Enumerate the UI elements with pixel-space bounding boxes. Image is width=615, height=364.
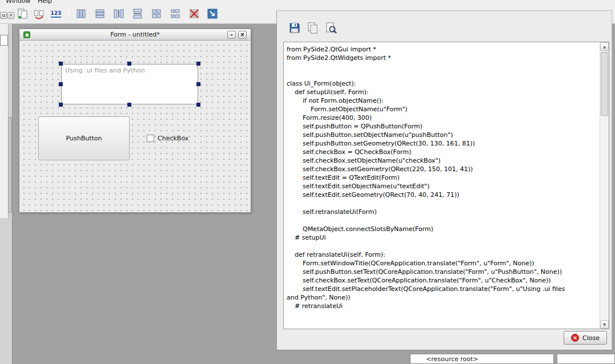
dock-close-button[interactable]: ×	[7, 12, 14, 19]
code-line: def setupUi(self, Form):	[287, 88, 600, 96]
checkbox-widget[interactable]: CheckBox	[147, 134, 188, 143]
code-line	[287, 199, 600, 208]
code-line	[287, 71, 600, 79]
restore-icon	[2, 14, 5, 17]
save-code-button[interactable]	[288, 21, 302, 35]
scroll-down-icon: ▼	[603, 322, 606, 326]
code-line: self.pushButton.setText(QCoreApplication…	[287, 268, 600, 276]
layout-splitter-horizontal-button[interactable]	[112, 7, 126, 21]
pushbutton-widget[interactable]: PushButton	[38, 116, 130, 160]
close-circle-icon: ×	[571, 334, 579, 342]
edit-tab-order-button[interactable]: 123	[49, 7, 63, 21]
checkbox-label: CheckBox	[158, 135, 188, 142]
dock-restore-button[interactable]	[0, 12, 7, 19]
minimize-icon: -	[230, 32, 232, 38]
layout-grid-icon	[151, 8, 162, 19]
resource-panel-fragment	[557, 354, 615, 364]
menu-window[interactable]: Window	[6, 0, 30, 5]
copy-icon	[307, 22, 319, 34]
menubar: Window Help	[0, 0, 615, 5]
textedit-selection: Using .ui files and Python	[61, 64, 198, 104]
resize-handle-middle-right[interactable]	[196, 82, 200, 86]
code-line: self.textEdit.setGeometry(QRect(70, 40, …	[287, 191, 600, 199]
code-line: from PySide2.QtGui import *	[287, 45, 600, 54]
textedit-widget[interactable]: Using .ui files and Python	[61, 64, 198, 104]
code-line: QMetaObject.connectSlotsByName(Form)	[287, 225, 600, 233]
layout-vertical-button[interactable]	[93, 7, 107, 21]
form-window-titlebar[interactable]: Form - untitled* - ×	[19, 29, 251, 41]
code-line: class Ui_Form(object):	[287, 79, 600, 88]
code-line: # setupUi	[287, 233, 600, 242]
code-line: Form.resize(400, 300)	[287, 114, 600, 122]
scroll-up-icon: ▲	[603, 45, 606, 48]
resize-handle-top-middle[interactable]	[127, 62, 131, 66]
resource-root-label: <resource root>	[426, 355, 479, 363]
code-line	[287, 62, 600, 71]
adjust-size-button[interactable]	[206, 7, 219, 21]
minimize-button[interactable]: -	[227, 31, 236, 39]
layout-grid-button[interactable]	[150, 7, 163, 21]
code-line: self.textEdit = QTextEdit(Form)	[287, 173, 600, 182]
close-dialog-button[interactable]: × Close	[564, 331, 607, 345]
resize-handle-bottom-right[interactable]	[196, 103, 200, 107]
code-line: self.checkBox.setObjectName(u"checkBox")	[287, 156, 600, 165]
layout-vertical-icon	[94, 8, 106, 19]
resize-handle-top-right[interactable]	[196, 62, 200, 66]
widget-box-scrollbar[interactable]	[8, 117, 12, 213]
tab-order-icon: 123	[51, 10, 62, 18]
close-icon: ×	[9, 13, 13, 18]
resize-handle-top-left[interactable]	[59, 62, 63, 66]
layout-splitter-vertical-button[interactable]	[131, 7, 144, 21]
code-line: self.pushButton = QPushButton(Form)	[287, 122, 600, 131]
menu-help[interactable]: Help	[38, 0, 52, 5]
toolbar-separator	[69, 8, 69, 21]
code-line: from PySide2.QtWidgets import *	[287, 54, 600, 62]
checkbox-indicator[interactable]	[147, 135, 154, 142]
close-window-button[interactable]: ×	[238, 31, 247, 39]
layout-form-icon	[170, 8, 181, 19]
resize-handle-bottom-middle[interactable]	[127, 103, 131, 107]
code-view: from PySide2.QtGui import *from PySide2.…	[283, 42, 609, 329]
layout-horizontal-button[interactable]	[74, 7, 88, 21]
code-line: self.pushButton.setObjectName(u"pushButt…	[287, 131, 600, 139]
code-line	[287, 242, 600, 250]
edit-buddies-button[interactable]	[32, 7, 46, 21]
scroll-up-button[interactable]: ▲	[600, 42, 609, 51]
code-line: Form.setObjectName(u"Form")	[287, 105, 600, 114]
vertical-scrollbar[interactable]: ▲ ▼	[600, 42, 609, 329]
layout-splitter-vertical-icon	[132, 8, 143, 19]
scroll-down-button[interactable]: ▼	[600, 320, 609, 329]
code-line: if not Form.objectName():	[287, 96, 600, 105]
code-line: def retranslateUi(self, Form):	[287, 250, 600, 259]
code-line	[287, 216, 600, 225]
code-line: self.checkBox.setGeometry(QRect(220, 150…	[287, 165, 600, 173]
new-form-icon	[17, 8, 28, 19]
save-icon	[288, 22, 301, 34]
layout-form-button[interactable]	[168, 7, 182, 21]
close-button-label: Close	[582, 334, 600, 342]
find-in-code-button[interactable]	[324, 21, 338, 35]
scrollbar-thumb[interactable]	[601, 52, 608, 116]
code-text: from PySide2.QtGui import *from PySide2.…	[284, 42, 600, 329]
resize-handle-bottom-left[interactable]	[59, 103, 63, 107]
form-canvas[interactable]: Using .ui files and Python PushButton Ch…	[19, 41, 251, 212]
widget-box-dock	[0, 24, 13, 364]
layout-splitter-horizontal-icon	[113, 8, 124, 19]
code-line: self.textEdit.setPlaceholderText(QCoreAp…	[287, 285, 600, 293]
widget-filter-input[interactable]	[0, 35, 8, 46]
resize-handle-middle-left[interactable]	[59, 82, 63, 86]
code-line: self.pushButton.setGeometry(QRect(30, 13…	[287, 139, 600, 148]
pushbutton-label: PushButton	[66, 135, 102, 142]
layout-horizontal-icon	[75, 8, 87, 19]
code-line: self.textEdit.setObjectName(u"textEdit")	[287, 182, 600, 191]
resource-root-item[interactable]: <resource root>	[410, 354, 554, 364]
new-form-button[interactable]	[15, 7, 29, 21]
close-icon: ×	[240, 32, 244, 38]
copy-code-button[interactable]	[306, 21, 320, 35]
code-line: self.retranslateUi(Form)	[287, 208, 600, 216]
code-line: # retranslateUi	[287, 302, 600, 310]
close-x-glyph: ×	[573, 335, 577, 341]
break-layout-icon	[188, 8, 200, 19]
widget-box-panel	[0, 24, 9, 218]
break-layout-button[interactable]	[187, 7, 201, 21]
